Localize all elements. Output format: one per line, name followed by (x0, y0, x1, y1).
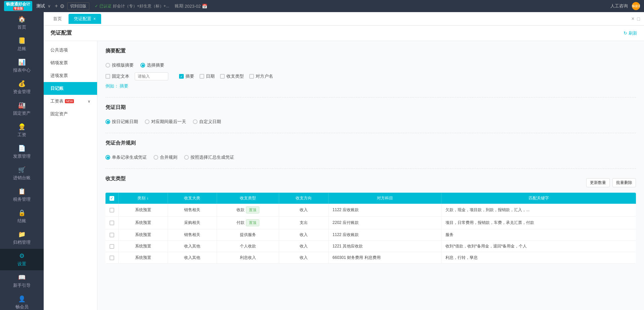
th-checkbox[interactable]: ✓ (105, 193, 119, 204)
row-checkbox-4[interactable] (105, 241, 119, 252)
tab-close-icon[interactable]: × (93, 16, 96, 21)
ledger-icon: 📒 (18, 37, 26, 44)
company-dropdown-icon[interactable]: ∨ (48, 4, 51, 8)
left-nav-item-journal[interactable]: 日记账 (44, 82, 97, 95)
batch-delete-button[interactable]: 批量删除 (612, 178, 636, 187)
add-icon[interactable]: + (55, 3, 58, 9)
sidebar-item-purchases[interactable]: 🛒 进销台账 (0, 163, 44, 184)
radio-custom-date[interactable]: 自定义日期 (193, 119, 221, 125)
settings-icon[interactable]: ⚙ (60, 3, 65, 9)
sidebar-item-reports[interactable]: 📊 报表中心 (0, 55, 44, 77)
row-account-1: 1122 应收账款 (328, 204, 441, 217)
date-radio-group: 按日记账日期 对应期间最后一天 自定义日期 (105, 119, 636, 125)
left-nav-item-public[interactable]: 公共选项 (44, 44, 97, 56)
sidebar-item-closeout[interactable]: 🔒 结账 (0, 206, 44, 227)
sidebar-label-reports: 报表中心 (13, 67, 31, 73)
radio-single-record[interactable]: 单条记录生成凭证 (105, 154, 147, 160)
window-max-icon[interactable]: □ (637, 16, 640, 22)
funds-icon: 💰 (18, 80, 26, 87)
row-type-4: 个人收款 (217, 241, 279, 252)
sidebar-label-closeout: 结账 (17, 218, 26, 224)
left-nav-item-purchase-invoice[interactable]: 进项发票 (44, 69, 97, 82)
row-checkbox-2[interactable] (105, 217, 119, 229)
row-checkbox-3[interactable] (105, 229, 119, 241)
sidebar-label-tax: 税务管理 (13, 196, 31, 202)
radio-merge-rules[interactable]: 合并规则 (154, 154, 177, 160)
row-keywords-3: 服务 (441, 229, 636, 241)
table-row: 系统预置 销售相关 提供服务 收入 1122 应收账款 服务 (105, 229, 636, 241)
assets-icon: 🏭 (18, 102, 26, 109)
window-close-icon[interactable]: × (631, 16, 634, 22)
sidebar-item-tax[interactable]: 📋 税务管理 (0, 184, 44, 206)
row-category-1: 系统预置 (119, 204, 168, 217)
checkbox-summary[interactable]: ✓ 摘要 (179, 73, 194, 79)
sidebar-item-funds[interactable]: 💰 资金管理 (0, 77, 44, 98)
fixed-text-checkbox (105, 74, 110, 79)
sidebar-item-home[interactable]: 🏠 首页 (0, 12, 44, 34)
tab-voucher-config[interactable]: 凭证配置 × (69, 14, 101, 24)
date-title: 凭证日期 (105, 104, 636, 113)
left-nav-item-payroll[interactable]: 工资表 NEW ∨ (44, 95, 97, 108)
radio-select-summary[interactable]: 选择摘要 (140, 62, 164, 68)
app-logo: 畅捷通好会计 专业版 (4, 1, 32, 11)
checkbox-fixed-text[interactable]: 固定文本 (105, 73, 129, 79)
sidebar-item-invoice[interactable]: 📄 发票管理 (0, 141, 44, 163)
radio-summary-generate[interactable]: 按照选择汇总生成凭证 (184, 154, 234, 160)
counterpart-checkbox (249, 74, 254, 79)
update-count-button[interactable]: 更新数量 (586, 178, 610, 187)
row-direction-4: 收入 (279, 241, 329, 252)
date-section: 凭证日期 按日记账日期 对应期间最后一天 自定义日期 (105, 104, 636, 125)
sidebar-item-ledger[interactable]: 📒 总账 (0, 34, 44, 55)
left-nav-item-sales-invoice[interactable]: 销项发票 (44, 56, 97, 69)
row-direction-1: 收入 (279, 204, 329, 217)
sidebar-label-invoice: 发票管理 (13, 153, 31, 159)
row-account-5: 660301 财务费用 利息费用 (328, 252, 441, 264)
refresh-button[interactable]: ↻ 刷新 (624, 30, 637, 36)
sidebar-label-funds: 资金管理 (13, 89, 31, 95)
checkbox-type[interactable]: 收支类型 (220, 73, 244, 79)
accounting-period: 账期 2023-02 📅 (175, 3, 208, 9)
purchases-icon: 🛒 (18, 166, 26, 173)
reset-button-2[interactable]: 置顶 (246, 219, 259, 226)
sidebar-item-assets[interactable]: 🏭 固定资产 (0, 98, 44, 120)
calendar-icon[interactable]: 📅 (202, 4, 207, 9)
radio-period-last-date[interactable]: 对应期间最后一天 (145, 119, 186, 125)
fixed-text-input[interactable] (135, 72, 168, 80)
topbar: 畅捷通好会计 专业版 测试 ∨ + ⚙ 切到旧版 ✓ 已认证 好会计（专）+好生… (0, 0, 644, 12)
sidebar-item-settings[interactable]: ⚙ 设置 (0, 249, 44, 270)
radio-summary-gen-circle (184, 155, 189, 160)
reset-button-1[interactable]: 置顶 (246, 206, 259, 214)
row-checkbox-5[interactable] (105, 252, 119, 264)
sidebar-label-archive: 归档管理 (13, 239, 31, 245)
radio-merge-circle (154, 155, 158, 160)
consult-link[interactable]: 人工咨询 (610, 3, 628, 9)
summary-checkbox-row: 固定文本 ✓ 摘要 日期 收支类型 (105, 72, 636, 80)
row-checkbox-1[interactable] (105, 204, 119, 217)
tabbar-window-controls: × □ (631, 16, 640, 22)
checkbox-counterpart[interactable]: 对方户名 (249, 73, 273, 79)
closeout-icon: 🔒 (18, 209, 26, 217)
topbar-right: 人工咨询 畅捷通B组... (610, 2, 640, 10)
income-table: ✓ 类别 ↓ 收支大类 收支类型 收支方向 对方科目 匹配关键字 (105, 193, 636, 264)
summary-checkbox: ✓ (179, 74, 184, 79)
sidebar-item-archive[interactable]: 📁 归档管理 (0, 227, 44, 249)
checkbox-date[interactable]: 日期 (200, 73, 215, 79)
sidebar-item-payroll[interactable]: 👷 工资 (0, 120, 44, 141)
radio-journal-date[interactable]: 按日记账日期 (105, 119, 138, 125)
radio-template-summary[interactable]: 按模版摘要 (105, 62, 134, 68)
sidebar-item-member[interactable]: 👤 畅会员 (0, 292, 44, 310)
tab-home[interactable]: 首页 (48, 14, 67, 24)
income-title: 收支类型 (105, 176, 126, 185)
sidebar-label-guide: 新手引导 (13, 282, 31, 288)
user-avatar[interactable]: 畅捷通B组... (632, 2, 640, 10)
example-text: 例如： 摘要 (105, 83, 636, 89)
row-type-5: 利息收入 (217, 252, 279, 264)
switch-version-button[interactable]: 切到旧版 (67, 2, 89, 10)
payroll-icon: 👷 (18, 123, 26, 130)
content-body: 公共选项 销项发票 进项发票 日记账 工资表 NEW ∨ 固定资产 (44, 41, 644, 310)
radio-journal-circle (105, 119, 110, 124)
left-nav-item-fixed-assets[interactable]: 固定资产 (44, 108, 97, 120)
row-category-4: 系统预置 (119, 241, 168, 252)
payroll-expand-icon[interactable]: ∨ (88, 99, 90, 104)
sidebar-item-guide[interactable]: 📖 新手引导 (0, 270, 44, 292)
